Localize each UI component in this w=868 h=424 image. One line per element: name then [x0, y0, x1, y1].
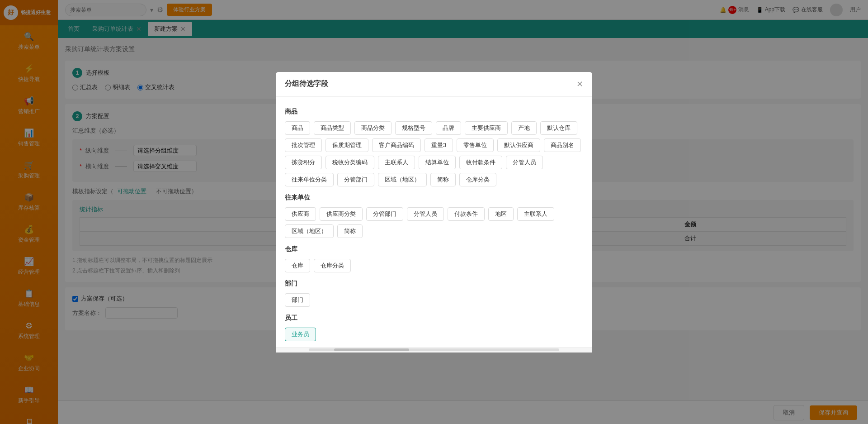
field-chip-settlement-unit[interactable]: 结算单位 [419, 156, 456, 169]
field-chip-brand[interactable]: 品牌 [436, 121, 461, 135]
field-chip-pick-score[interactable]: 拣货积分 [285, 156, 322, 169]
section-title-goods: 商品 [285, 108, 583, 116]
field-chip-partner-category[interactable]: 往来单位分类 [285, 173, 334, 186]
field-chip-area[interactable]: 地区 [488, 207, 514, 221]
field-chip-retail-unit[interactable]: 零售单位 [457, 138, 494, 152]
field-chip-goods-type[interactable]: 商品类型 [314, 121, 351, 135]
field-chip-payment-terms[interactable]: 收付款条件 [459, 156, 502, 169]
field-chip-origin[interactable]: 产地 [511, 121, 537, 135]
field-chip-partner-manager[interactable]: 分管人员 [407, 207, 444, 221]
modal-scrollbar-bottom [276, 347, 592, 353]
field-chip-goods-category[interactable]: 商品分类 [354, 121, 392, 135]
field-select-modal: 分组待选字段 ✕ 商品 商品 商品类型 商品分类 规格型号 品牌 主要供应商 产… [276, 72, 592, 353]
field-chip-partner-dept[interactable]: 分管部门 [366, 207, 403, 221]
field-chip-manager[interactable]: 分管人员 [506, 156, 543, 169]
modal-close-button[interactable]: ✕ [576, 79, 583, 89]
modal-title: 分组待选字段 [285, 79, 328, 89]
field-chip-salesperson[interactable]: 业务员 [285, 328, 316, 341]
field-chip-supplier[interactable]: 供应商 [285, 207, 316, 221]
modal-body: 商品 商品 商品类型 商品分类 规格型号 品牌 主要供应商 产地 默认仓库 批次… [276, 97, 592, 347]
section-title-employee: 员工 [285, 314, 583, 322]
field-chip-goods[interactable]: 商品 [285, 121, 310, 135]
section-title-partner: 往来单位 [285, 194, 583, 202]
field-chip-weight[interactable]: 重量3 [425, 138, 453, 152]
field-chip-short-name[interactable]: 简称 [430, 173, 456, 186]
modal-header: 分组待选字段 ✕ [276, 72, 592, 97]
warehouse-field-grid: 仓库 仓库分类 [285, 259, 583, 272]
goods-field-grid: 商品 商品类型 商品分类 规格型号 品牌 主要供应商 产地 默认仓库 批次管理 … [285, 121, 583, 186]
field-chip-customer-code[interactable]: 客户商品编码 [372, 138, 421, 152]
field-chip-batch[interactable]: 批次管理 [285, 138, 322, 152]
field-chip-default-supplier[interactable]: 默认供应商 [497, 138, 540, 152]
field-chip-supplier-category[interactable]: 供应商分类 [320, 207, 363, 221]
field-chip-warehouse-category[interactable]: 仓库分类 [459, 173, 496, 186]
field-chip-goods-alias[interactable]: 商品别名 [544, 138, 581, 152]
field-chip-main-contact2[interactable]: 主联系人 [517, 207, 554, 221]
section-title-warehouse: 仓库 [285, 245, 583, 253]
partner-field-grid: 供应商 供应商分类 分管部门 分管人员 付款条件 地区 主联系人 区域（地区） … [285, 207, 583, 238]
department-field-grid: 部门 [285, 293, 583, 307]
field-chip-warehouse[interactable]: 仓库 [285, 259, 310, 272]
field-chip-short-name2[interactable]: 简称 [337, 224, 363, 238]
field-chip-main-supplier[interactable]: 主要供应商 [465, 121, 508, 135]
field-chip-department[interactable]: 部门 [285, 293, 310, 307]
field-chip-warehouse-cat[interactable]: 仓库分类 [314, 259, 351, 272]
field-chip-region[interactable]: 区域（地区） [378, 173, 427, 186]
field-chip-tax-code[interactable]: 税收分类编码 [326, 156, 374, 169]
section-title-department: 部门 [285, 280, 583, 288]
employee-field-grid: 业务员 [285, 328, 583, 341]
field-chip-main-contact[interactable]: 主联系人 [378, 156, 415, 169]
field-chip-quality[interactable]: 保质期管理 [326, 138, 368, 152]
field-chip-pay-terms[interactable]: 付款条件 [448, 207, 485, 221]
field-chip-dept[interactable]: 分管部门 [337, 173, 374, 186]
modal-overlay: 分组待选字段 ✕ 商品 商品 商品类型 商品分类 规格型号 品牌 主要供应商 产… [0, 0, 868, 424]
field-chip-spec-model[interactable]: 规格型号 [395, 121, 432, 135]
field-chip-default-warehouse[interactable]: 默认仓库 [540, 121, 577, 135]
field-chip-region2[interactable]: 区域（地区） [285, 224, 334, 238]
